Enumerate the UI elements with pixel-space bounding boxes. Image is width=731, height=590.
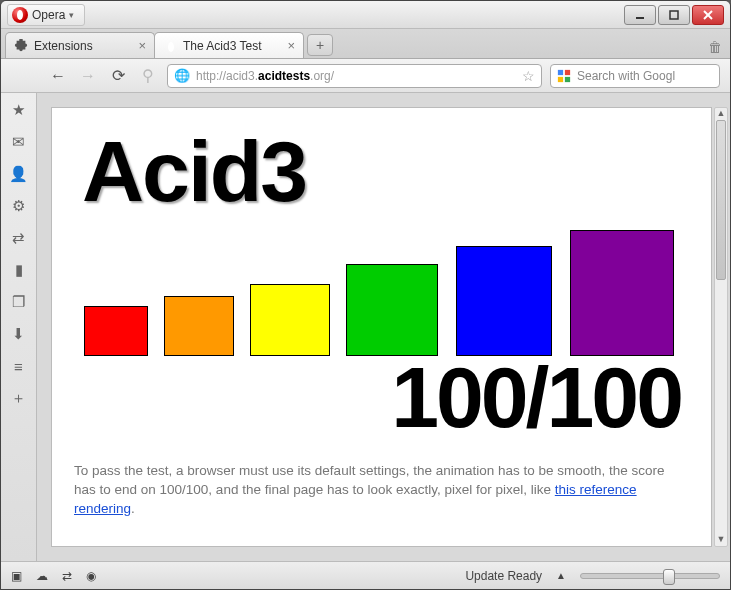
history-panel-button[interactable]: ≡ — [10, 357, 28, 375]
unite-panel-button[interactable]: ⇄ — [10, 229, 28, 247]
url-protocol: http:// — [196, 69, 226, 83]
address-text: http://acid3.acidtests.org/ — [196, 69, 334, 83]
acid3-score: 100/100 — [391, 348, 681, 447]
panel-sidebar: ★ ✉ 👤 ⚙ ⇄ ▮ ❐ ⬇ ≡ ＋ — [1, 93, 37, 561]
back-button[interactable]: ← — [47, 65, 69, 87]
opera-menu-button[interactable]: Opera ▾ — [7, 4, 85, 26]
vertical-scrollbar[interactable]: ▲ ▼ — [714, 107, 728, 547]
bucket-purple — [570, 230, 674, 356]
bucket-blue — [456, 246, 552, 356]
svg-rect-4 — [558, 69, 563, 74]
window-controls — [624, 5, 724, 25]
tab-label: The Acid3 Test — [183, 39, 281, 53]
acid3-description: To pass the test, a browser must use its… — [74, 462, 689, 519]
forward-button[interactable]: → — [77, 65, 99, 87]
tab-label: Extensions — [34, 39, 132, 53]
key-icon: ⚲ — [142, 66, 154, 85]
scroll-up-icon[interactable]: ▲ — [715, 108, 727, 120]
bookmarks-panel-button[interactable]: ★ — [10, 101, 28, 119]
history-icon: ≡ — [14, 358, 23, 375]
settings-panel-button[interactable]: ⚙ — [10, 197, 28, 215]
arrow-right-icon: → — [80, 67, 96, 85]
star-icon: ★ — [12, 101, 25, 119]
close-button[interactable] — [692, 5, 724, 25]
mail-icon: ✉ — [12, 133, 25, 151]
opera-favicon-icon — [163, 39, 177, 53]
maximize-button[interactable] — [658, 5, 690, 25]
plus-icon: ＋ — [11, 389, 26, 408]
globe-icon: 🌐 — [174, 68, 190, 83]
client-area: ★ ✉ 👤 ⚙ ⇄ ▮ ❐ ⬇ ≡ ＋ Acid3 1 — [1, 93, 730, 561]
google-icon — [557, 69, 571, 83]
status-bar: ▣ ☁ ⇄ ◉ Update Ready ▲ — [1, 561, 730, 589]
bucket-orange — [164, 296, 234, 356]
acid3-buckets — [84, 256, 664, 356]
bucket-yellow — [250, 284, 330, 356]
person-icon: 👤 — [9, 165, 28, 183]
tab-extensions[interactable]: Extensions × — [5, 32, 155, 58]
titlebar: Opera ▾ — [1, 1, 730, 29]
trash-icon: 🗑 — [708, 39, 722, 55]
svg-rect-5 — [565, 69, 570, 74]
chevron-down-icon: ▾ — [69, 10, 74, 20]
minimize-button[interactable] — [624, 5, 656, 25]
share-icon: ⇄ — [12, 229, 25, 247]
svg-rect-1 — [670, 11, 678, 19]
search-box[interactable]: Search with Googl — [550, 64, 720, 88]
page-viewport: Acid3 100/100 To pass the test, a browse… — [37, 93, 730, 561]
wand-button[interactable]: ⚲ — [137, 65, 159, 87]
plus-icon: + — [316, 37, 324, 53]
tab-acid3[interactable]: The Acid3 Test × — [154, 32, 304, 58]
bucket-red — [84, 306, 148, 356]
zoom-slider[interactable] — [580, 573, 720, 579]
note-icon: ▮ — [15, 261, 23, 279]
panel-icon: ▣ — [11, 569, 22, 583]
tab-strip: Extensions × The Acid3 Test × + 🗑 — [1, 29, 730, 59]
desc-text-end: . — [131, 501, 135, 516]
notes-panel-button[interactable]: ▮ — [10, 261, 28, 279]
reload-icon: ⟳ — [112, 66, 125, 85]
new-tab-button[interactable]: + — [307, 34, 333, 56]
update-ready-label[interactable]: Update Ready — [465, 569, 542, 583]
scrollbar-thumb[interactable] — [716, 120, 726, 280]
downloads-panel-button[interactable]: ⬇ — [10, 325, 28, 343]
arrow-left-icon: ← — [50, 67, 66, 85]
add-panel-button[interactable]: ＋ — [10, 389, 28, 407]
zoom-knob[interactable] — [663, 569, 675, 585]
closed-tabs-button[interactable]: 🗑 — [708, 39, 722, 55]
nav-toolbar: ← → ⟳ ⚲ 🌐 http://acid3.acidtests.org/ ☆ … — [1, 59, 730, 93]
bucket-green — [346, 264, 438, 356]
mail-panel-button[interactable]: ✉ — [10, 133, 28, 151]
chevron-up-icon[interactable]: ▲ — [556, 570, 566, 581]
acid3-title: Acid3 — [82, 122, 306, 221]
url-domain: acidtests — [258, 69, 310, 83]
url-subdomain: acid3. — [226, 69, 258, 83]
cloud-icon: ☁ — [36, 569, 48, 583]
url-path: .org/ — [310, 69, 334, 83]
share-icon: ⇄ — [62, 569, 72, 583]
contacts-panel-button[interactable]: 👤 — [10, 165, 28, 183]
address-bar[interactable]: 🌐 http://acid3.acidtests.org/ ☆ — [167, 64, 542, 88]
turbo-status-button[interactable]: ◉ — [86, 569, 96, 583]
tab-close-icon[interactable]: × — [138, 38, 146, 53]
puzzle-icon — [14, 39, 28, 53]
download-icon: ⬇ — [12, 325, 25, 343]
minimize-icon — [635, 10, 645, 20]
sync-status-button[interactable]: ☁ — [36, 569, 48, 583]
maximize-icon — [669, 10, 679, 20]
browser-window: Opera ▾ Extensions × — [0, 0, 731, 590]
bookmark-star-icon[interactable]: ☆ — [522, 68, 535, 84]
panel-toggle-button[interactable]: ▣ — [11, 569, 22, 583]
page-content: Acid3 100/100 To pass the test, a browse… — [51, 107, 712, 547]
reload-button[interactable]: ⟳ — [107, 65, 129, 87]
chat-icon: ❐ — [12, 293, 25, 311]
scroll-down-icon[interactable]: ▼ — [715, 534, 727, 546]
opera-logo-icon — [12, 7, 28, 23]
opera-menu-label: Opera — [32, 8, 65, 22]
svg-rect-6 — [558, 76, 563, 81]
close-icon — [703, 10, 713, 20]
link-status-button[interactable]: ⇄ — [62, 569, 72, 583]
gear-icon: ⚙ — [12, 197, 25, 215]
tab-close-icon[interactable]: × — [287, 38, 295, 53]
chat-panel-button[interactable]: ❐ — [10, 293, 28, 311]
